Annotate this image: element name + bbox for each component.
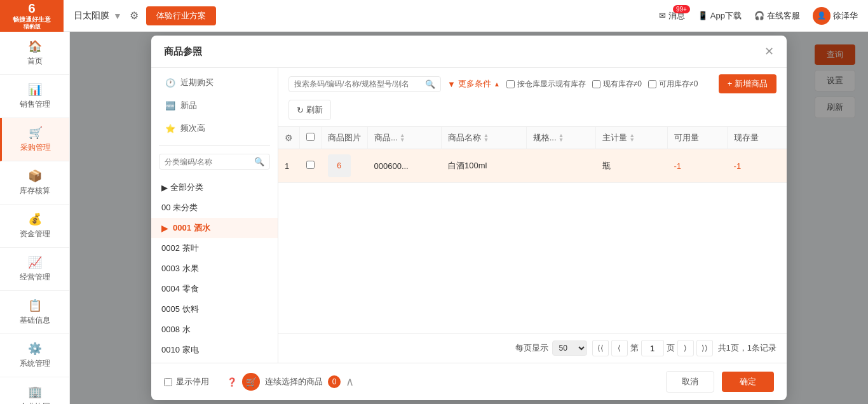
sidebar-item-enterprise[interactable]: 🏢 企业协同 [0, 377, 69, 404]
checkbox-available-stock[interactable]: 可用库存≠0 [648, 79, 698, 90]
warehouse-stock-checkbox[interactable] [506, 80, 515, 88]
th-available: 可用量 [667, 127, 727, 149]
gear-icon[interactable]: ⚙ [130, 10, 139, 22]
purchase-icon: 🛒 [29, 126, 43, 140]
cat-uncategorized-label: 00 未分类 [161, 202, 198, 213]
nav-right: ✉ 消息 99+ 📱 App下载 🎧 在线客服 👤 徐泽华 [659, 7, 858, 25]
sidebar-item-purchase[interactable]: 🛒 采购管理 [0, 118, 69, 161]
page-end-label: 页 [667, 342, 675, 354]
new-label: 新品 [180, 100, 197, 111]
category-list: ▶ 全部分类 00 未分类 ▶ 0001 酒水 0002 茶 [151, 175, 278, 363]
user-profile[interactable]: 👤 徐泽华 [813, 7, 858, 25]
first-page-button[interactable]: ⟨⟨ [592, 340, 609, 356]
sidebar-label-system: 系统管理 [20, 358, 50, 369]
row-select-checkbox[interactable] [306, 161, 315, 169]
row-num: 1 [278, 149, 300, 183]
sidebar-label-enterprise: 企业协同 [20, 401, 50, 404]
online-service-button[interactable]: 🎧 在线客服 [754, 10, 800, 22]
sidebar-label-home: 首页 [27, 56, 43, 67]
filter-more-button[interactable]: ▼ 更多条件 ▲ [447, 78, 500, 90]
product-search-input[interactable] [294, 79, 421, 88]
cat-snack[interactable]: 0004 零食 [151, 279, 278, 299]
th-unit: 主计量 ▲▼ [596, 127, 668, 149]
available-stock-checkbox[interactable] [648, 80, 656, 88]
quick-btn-recent[interactable]: 🕐 近期购买 [159, 73, 270, 92]
cat-drinks-label: 0005 饮料 [161, 304, 199, 315]
product-search-icon: 🔍 [425, 79, 435, 89]
row-image: 6 [322, 149, 368, 183]
cart-section: ❓ 🛒 连续选择的商品 0 ∧ [227, 373, 354, 391]
cat-water[interactable]: 0008 水 [151, 320, 278, 340]
modal-right: 🔍 ▼ 更多条件 ▲ 按仓库显示现有库存 [278, 68, 787, 363]
page-nav: ⟨⟨ ⟨ 第 页 ⟩ ⟩⟩ [592, 340, 713, 356]
row-checkbox [300, 149, 322, 183]
sort-unit-icon: ▲▼ [629, 133, 635, 143]
confirm-button[interactable]: 确定 [722, 372, 774, 392]
last-page-button[interactable]: ⟩⟩ [696, 340, 713, 356]
modal-close-button[interactable]: ✕ [764, 44, 774, 58]
table-row[interactable]: 1 6 [278, 149, 787, 183]
modal-overlay: 商品参照 ✕ 🕐 近期购买 🆕 [70, 32, 868, 404]
quick-btn-frequent[interactable]: ⭐ 频次高 [159, 119, 270, 138]
finance-icon: 💰 [28, 212, 42, 226]
sidebar-label-purchase: 采购管理 [20, 142, 51, 153]
show-disabled-checkbox[interactable]: 显示停用 [164, 376, 209, 387]
checkbox-nonzero-stock[interactable]: 现有库存≠0 [592, 79, 642, 90]
sidebar-item-finance[interactable]: 💰 资金管理 [0, 205, 69, 248]
prev-page-button[interactable]: ⟨ [611, 340, 628, 356]
modal-header: 商品参照 ✕ [151, 36, 787, 68]
sidebar-item-operations[interactable]: 📈 经营管理 [0, 248, 69, 291]
page-number-input[interactable] [641, 340, 664, 356]
sidebar-item-system[interactable]: ⚙️ 系统管理 [0, 334, 69, 377]
next-page-button[interactable]: ⟩ [677, 340, 694, 356]
row-code: 000600... [368, 149, 442, 183]
sidebar-item-inventory[interactable]: 📦 库存核算 [0, 161, 69, 205]
warehouse-stock-label: 按仓库显示现有库存 [517, 79, 586, 90]
sidebar-item-basic-info[interactable]: 📋 基础信息 [0, 291, 69, 334]
sort-name-icon: ▲▼ [483, 133, 489, 143]
cancel-button[interactable]: 取消 [666, 371, 714, 393]
select-all-checkbox[interactable] [306, 133, 315, 141]
filter-icon: ▼ [447, 79, 456, 89]
sidebar-label-basic-info: 基础信息 [20, 315, 50, 326]
cat-uncategorized[interactable]: 00 未分类 [151, 198, 278, 218]
sort-code-icon: ▲▼ [400, 133, 405, 143]
store-dropdown[interactable]: 日太阳膜 ▼ [74, 10, 122, 22]
app-download-button[interactable]: 📱 App下载 [698, 10, 742, 22]
cat-fruit[interactable]: 0003 水果 [151, 259, 278, 279]
category-search-input[interactable] [165, 158, 250, 166]
filter-arrow-icon: ▲ [494, 81, 500, 88]
disabled-checkbox-input[interactable] [164, 378, 172, 386]
cat-drinks[interactable]: 0005 饮料 [151, 299, 278, 320]
cat-tea[interactable]: 0002 茶叶 [151, 238, 278, 259]
per-page-select[interactable]: 10 20 50 100 [552, 340, 587, 356]
cat-liquor[interactable]: ▶ 0001 酒水 [151, 218, 278, 238]
row-stock: -1 [728, 149, 787, 183]
frequent-label: 频次高 [180, 123, 205, 134]
cat-appliance[interactable]: 0010 家电 [151, 340, 278, 360]
cat-all[interactable]: ▶ 全部分类 [151, 177, 278, 198]
th-checkbox [300, 127, 322, 149]
refresh-button[interactable]: ↻ 刷新 [288, 100, 331, 120]
product-table-wrapper: ⚙ 商品图片 [278, 127, 787, 333]
collapse-footer-icon[interactable]: ∧ [346, 375, 354, 389]
trial-button[interactable]: 体验行业方案 [146, 6, 216, 25]
username-label: 徐泽华 [833, 10, 858, 22]
nonzero-stock-checkbox[interactable] [592, 80, 600, 88]
refresh-label: 刷新 [306, 104, 323, 116]
column-settings-icon[interactable]: ⚙ [285, 133, 293, 143]
row-name: 白酒100ml [442, 149, 526, 183]
system-icon: ⚙️ [28, 342, 42, 356]
checkbox-warehouse-stock[interactable]: 按仓库显示现有库存 [506, 79, 586, 90]
messages-button[interactable]: ✉ 消息 99+ [659, 10, 685, 22]
quick-btn-new[interactable]: 🆕 新品 [159, 96, 270, 115]
th-product-name: 商品名称 ▲▼ [442, 127, 526, 149]
sidebar-item-sales[interactable]: 📊 销售管理 [0, 75, 69, 118]
brand-sub: 猎豹版 [24, 24, 41, 30]
cat-water-label: 0008 水 [161, 324, 191, 335]
table-body: 1 6 [278, 149, 787, 183]
sidebar-item-home[interactable]: 🏠 首页 [0, 32, 69, 75]
product-search-box: 🔍 [288, 76, 441, 92]
headset-icon: 🎧 [754, 11, 764, 20]
add-product-button[interactable]: + 新增商品 [719, 74, 776, 93]
